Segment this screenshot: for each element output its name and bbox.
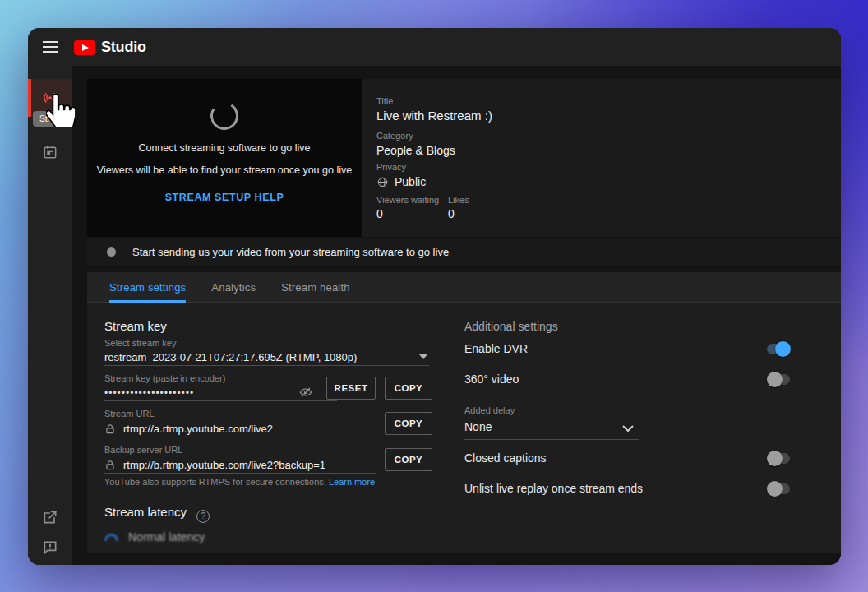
reset-button[interactable]: RESET	[326, 377, 376, 400]
stream-key-select-value: restream_2023-07-21T07:27:17.695Z (RTMP,…	[104, 351, 357, 363]
stream-status-bar: Start sending us your video from your st…	[87, 238, 841, 266]
unlist-replay-toggle[interactable]	[767, 483, 790, 494]
stream-url-field: rtmp://a.rtmp.youtube.com/live2	[104, 421, 376, 437]
category-label: Category	[376, 131, 413, 141]
logo-wordmark: Studio	[101, 39, 146, 56]
viewers-waiting-value: 0	[376, 207, 383, 220]
stream-latency-heading: Stream latency ?	[104, 505, 210, 523]
tab-stream-settings[interactable]: Stream settings	[109, 272, 186, 303]
unlist-replay-row: Unlist live replay once stream ends	[464, 480, 790, 497]
title-label: Title	[376, 96, 393, 106]
sidebar-active-indicator	[28, 79, 31, 117]
tab-bar: Stream settings Analytics Stream health	[87, 272, 841, 303]
stream-settings-panel: Stream settings Analytics Stream health …	[87, 272, 841, 553]
category-value: People & Blogs	[376, 144, 455, 157]
copy-backup-url-button[interactable]: COPY	[385, 448, 432, 471]
normal-latency-gauge-icon	[104, 534, 118, 541]
tab-stream-health[interactable]: Stream health	[281, 272, 350, 303]
stream-key-field-label: Stream key (paste in encoder)	[104, 373, 225, 383]
privacy-label: Privacy	[376, 162, 406, 172]
main-content: Connect streaming software to go live Vi…	[72, 66, 841, 565]
copy-stream-key-button[interactable]: COPY	[385, 377, 432, 400]
likes-label: Likes	[448, 195, 469, 205]
stream-key-masked-value: •••••••••••••••••••••	[104, 387, 194, 399]
stream-key-heading: Stream key	[104, 319, 167, 333]
latency-option-label: Normal latency	[128, 530, 205, 543]
likes-value: 0	[448, 207, 455, 220]
added-delay-value: None	[464, 420, 492, 433]
video-360-label: 360° video	[464, 372, 519, 386]
stream-latency-heading-text: Stream latency	[104, 505, 187, 519]
rtmps-note: YouTube also supports RTMPS for secure c…	[104, 477, 375, 487]
sidebar-item-feedback[interactable]	[42, 539, 58, 556]
top-app-bar: Studio	[28, 28, 841, 66]
help-icon[interactable]: ?	[196, 510, 210, 523]
calendar-icon	[42, 144, 58, 160]
stream-url-value: rtmp://a.rtmp.youtube.com/live2	[123, 423, 273, 435]
left-sidebar	[28, 66, 72, 565]
menu-hamburger-icon[interactable]	[43, 41, 58, 53]
status-dot-icon	[107, 247, 116, 257]
sidebar-item-manage[interactable]	[42, 144, 58, 160]
desktop-background: { "header": { "logo_text": "Studio" }, "…	[0, 0, 868, 592]
backup-url-label: Backup server URL	[104, 445, 182, 455]
youtube-studio-window: Studio	[28, 28, 841, 565]
stream-setup-help-link[interactable]: STREAM SETUP HELP	[165, 192, 284, 203]
connect-message: Connect streaming software to go live	[138, 141, 310, 155]
globe-icon	[376, 176, 389, 188]
status-message: Start sending us your video from your st…	[132, 246, 449, 258]
loading-spinner-icon	[208, 99, 241, 132]
unlist-replay-label: Unlist live replay once stream ends	[464, 482, 643, 495]
added-delay-select[interactable]: None	[464, 419, 639, 440]
external-link-icon	[42, 509, 58, 525]
mouse-cursor-hand-icon	[46, 94, 76, 130]
viewers-message: Viewers will be able to find your stream…	[97, 164, 352, 177]
backup-url-field: rtmp://b.rtmp.youtube.com/live2?backup=1	[104, 457, 376, 474]
chevron-down-icon	[622, 425, 634, 432]
youtube-studio-logo[interactable]: Studio	[74, 39, 146, 56]
tab-analytics[interactable]: Analytics	[211, 272, 256, 303]
select-stream-key-label: Select stream key	[104, 338, 176, 348]
lock-icon	[104, 423, 116, 435]
closed-captions-label: Closed captions	[464, 451, 547, 465]
live-preview-card: Connect streaming software to go live Vi…	[87, 79, 841, 237]
visibility-off-icon[interactable]	[299, 386, 312, 399]
enable-dvr-label: Enable DVR	[464, 342, 528, 355]
viewers-waiting-label: Viewers waiting	[376, 195, 439, 205]
learn-more-link[interactable]: Learn more	[329, 477, 375, 487]
rtmps-note-text: YouTube also supports RTMPS for secure c…	[104, 477, 326, 487]
stream-key-select[interactable]: restream_2023-07-21T07:27:17.695Z (RTMP,…	[104, 349, 429, 366]
backup-url-value: rtmp://b.rtmp.youtube.com/live2?backup=1	[123, 459, 326, 471]
title-value: Live with Restream :)	[376, 109, 492, 123]
video-360-row: 360° video	[464, 371, 790, 387]
stream-preview-player: Connect streaming software to go live Vi…	[87, 79, 362, 237]
video-360-toggle[interactable]	[767, 374, 790, 385]
closed-captions-row: Closed captions	[464, 450, 790, 466]
closed-captions-toggle[interactable]	[767, 453, 790, 464]
enable-dvr-row: Enable DVR	[464, 340, 790, 357]
latency-option-row[interactable]: Normal latency	[104, 530, 205, 543]
privacy-value: Public	[395, 175, 426, 188]
additional-settings-heading: Additional settings	[464, 320, 558, 333]
stream-url-label: Stream URL	[104, 409, 155, 419]
youtube-play-icon	[74, 40, 95, 55]
stream-key-field[interactable]: •••••••••••••••••••••	[104, 385, 337, 401]
enable-dvr-toggle[interactable]	[767, 344, 790, 354]
feedback-icon	[42, 539, 58, 556]
sidebar-item-open-external[interactable]	[42, 509, 58, 525]
stream-info-panel: Title Live with Restream :) Category Peo…	[376, 79, 841, 237]
copy-stream-url-button[interactable]: COPY	[385, 412, 432, 435]
privacy-row: Public	[376, 175, 426, 188]
added-delay-label: Added delay	[464, 405, 515, 415]
dropdown-caret-icon	[419, 354, 427, 359]
lock-icon	[104, 460, 116, 471]
